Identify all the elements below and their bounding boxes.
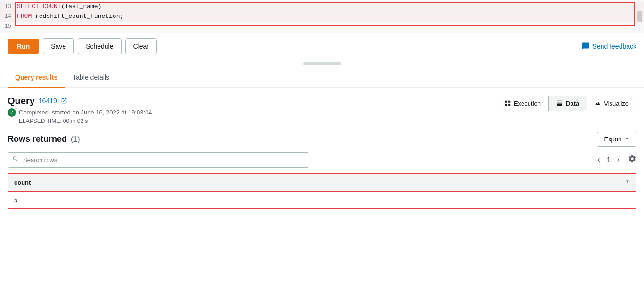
cell-count: 5	[8, 191, 636, 209]
editor-scrollbar[interactable]	[637, 11, 642, 22]
divider-area	[0, 59, 644, 68]
query-id-link[interactable]: 16419	[39, 97, 57, 105]
code-line: 14FROM redshift_count_function;	[0, 12, 644, 22]
next-page-button[interactable]: ›	[614, 155, 622, 165]
query-title: Query	[8, 96, 35, 106]
col-header-count: count▼	[8, 174, 636, 191]
search-icon	[12, 156, 19, 164]
view-data-button[interactable]: Data	[549, 96, 587, 111]
query-status: ✓ Completed, started on June 16, 2022 at…	[8, 108, 152, 117]
line-content: FROM redshift_count_function;	[17, 12, 644, 22]
pagination: ‹ 1 ›	[595, 155, 636, 165]
view-toggle-group: ExecutionDataVisualize	[497, 96, 636, 111]
rows-returned-row: Rows returned (1) Export	[8, 132, 636, 147]
table-body: 5	[8, 191, 636, 209]
code-line: 15	[0, 22, 644, 31]
code-lines: 13SELECT COUNT(last_name)14FROM redshift…	[0, 0, 644, 33]
toolbar: Run Save Schedule Clear Send feedback	[0, 33, 644, 59]
view-visualize-button[interactable]: Visualize	[587, 96, 636, 111]
search-row: ‹ 1 ›	[8, 152, 636, 168]
send-feedback-label: Send feedback	[593, 42, 636, 50]
save-button[interactable]: Save	[43, 38, 74, 54]
status-text: Completed, started on June 16, 2022 at 1…	[19, 109, 152, 116]
code-line: 13SELECT COUNT(last_name)	[0, 2, 644, 12]
chat-icon	[581, 42, 590, 50]
line-content: SELECT COUNT(last_name)	[17, 2, 644, 12]
page-number: 1	[607, 156, 611, 163]
view-execution-button[interactable]: Execution	[497, 96, 549, 111]
data-table: count▼ 5	[8, 173, 636, 209]
elapsed-time: ELAPSED TIME: 00 m 02 s	[19, 118, 152, 124]
export-chevron-icon	[625, 137, 629, 141]
gear-icon	[628, 155, 636, 163]
resize-handle[interactable]	[303, 62, 341, 65]
tab-query-results[interactable]: Query results	[8, 68, 65, 88]
search-input[interactable]	[8, 152, 309, 168]
line-number: 14	[0, 12, 17, 21]
line-number: 13	[0, 2, 17, 11]
table-settings-button[interactable]	[628, 155, 636, 165]
prev-page-button[interactable]: ‹	[595, 155, 603, 165]
clear-button[interactable]: Clear	[125, 38, 157, 54]
rows-returned-label: Rows returned	[8, 134, 67, 144]
results-area: Query 16419 ✓ Completed, started on June…	[0, 88, 644, 209]
query-info-left: Query 16419 ✓ Completed, started on June…	[8, 96, 152, 124]
tabs-bar: Query resultsTable details	[0, 68, 644, 88]
external-link-icon[interactable]	[61, 98, 67, 104]
status-check-icon: ✓	[8, 108, 16, 117]
send-feedback-link[interactable]: Send feedback	[581, 42, 636, 50]
tab-table-details[interactable]: Table details	[65, 68, 117, 88]
rows-count: (1)	[71, 135, 80, 144]
query-info-row: Query 16419 ✓ Completed, started on June…	[8, 96, 636, 124]
schedule-button[interactable]: Schedule	[78, 38, 121, 54]
export-button[interactable]: Export	[597, 132, 636, 147]
table-row: 5	[8, 191, 636, 209]
line-number: 15	[0, 22, 17, 31]
search-wrapper	[8, 152, 309, 168]
code-editor[interactable]: 13SELECT COUNT(last_name)14FROM redshift…	[0, 0, 644, 33]
run-button[interactable]: Run	[8, 39, 39, 54]
export-label: Export	[604, 136, 622, 143]
table-header: count▼	[8, 174, 636, 191]
sort-icon: ▼	[625, 179, 630, 184]
